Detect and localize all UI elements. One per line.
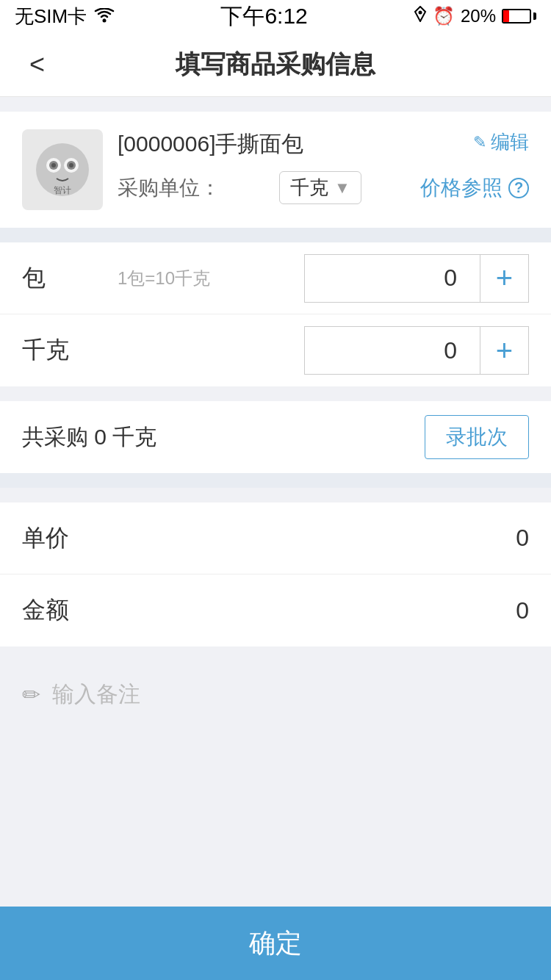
form-section: 包 1包=10千克 + 千克 + [0,242,551,386]
product-card: 智计 [0000006]手撕面包 ✎ 编辑 采购单位： 千克 ▼ 价格参照 ? [0,112,551,228]
svg-text:智计: 智计 [54,185,71,195]
svg-point-1 [418,11,422,15]
page-title: 填写商品采购信息 [176,48,375,82]
carrier-label: 无SIM卡 [15,4,87,29]
price-section: 单价 0 金额 0 [0,502,551,646]
unit-label: 采购单位： [118,174,220,202]
unit-value: 千克 [290,175,328,201]
confirm-label: 确定 [249,926,302,962]
svg-point-7 [51,163,56,167]
edit-label: 编辑 [491,129,529,155]
product-info: [0000006]手撕面包 ✎ 编辑 采购单位： 千克 ▼ 价格参照 ? [118,129,529,204]
bag-input[interactable] [304,254,480,303]
kg-plus-button[interactable]: + [480,326,529,375]
status-time: 下午6:12 [220,1,307,32]
bag-plus-button[interactable]: + [480,254,529,303]
bag-label: 包 [22,262,110,295]
amount-label: 金额 [22,594,69,627]
pencil-icon: ✏ [22,682,40,707]
battery-label: 20% [461,6,496,26]
bag-sub: 1包=10千克 [118,267,304,290]
unit-price-value: 0 [516,525,529,552]
separator-2 [0,473,551,488]
bag-input-group: + [304,254,529,303]
wifi-icon [94,5,115,28]
alarm-icon: ⏰ [433,6,455,26]
amount-value: 0 [516,597,529,624]
price-ref-label: 价格参照 [420,174,503,202]
svg-point-8 [69,163,73,167]
status-bar: 无SIM卡 下午6:12 ⏰ 20% [0,0,551,32]
product-header: [0000006]手撕面包 ✎ 编辑 [118,129,529,159]
status-left: 无SIM卡 [15,4,115,29]
batch-button[interactable]: 录批次 [425,415,529,459]
unit-select[interactable]: 千克 ▼ [279,171,361,204]
note-section[interactable]: ✏ 输入备注 [0,661,551,727]
edit-icon: ✎ [473,133,486,152]
nav-bar: < 填写商品采购信息 [0,32,551,97]
amount-row: 金额 0 [0,574,551,646]
kg-input-group: + [304,326,529,375]
svg-point-0 [103,18,107,22]
note-placeholder: 输入备注 [52,680,140,710]
confirm-section[interactable]: 确定 [0,907,551,980]
unit-price-row: 单价 0 [0,502,551,574]
status-right: ⏰ 20% [414,6,536,26]
edit-button[interactable]: ✎ 编辑 [473,129,529,155]
unit-dropdown-arrow: ▼ [334,179,350,198]
location-icon [414,6,427,26]
bag-row: 包 1包=10千克 + [0,242,551,314]
back-button[interactable]: < [22,42,52,87]
main-content: 智计 [0000006]手撕面包 ✎ 编辑 采购单位： 千克 ▼ 价格参照 ? [0,112,551,980]
separator-1 [0,228,551,242]
product-unit-row: 采购单位： 千克 ▼ 价格参照 ? [118,171,529,204]
price-ref-button[interactable]: 价格参照 ? [420,174,529,202]
total-label: 共采购 0 千克 [22,422,156,453]
kg-input[interactable] [304,326,480,375]
unit-price-label: 单价 [22,522,69,555]
product-image: 智计 [22,129,103,210]
kg-label: 千克 [22,334,110,367]
help-icon: ? [508,178,529,198]
product-name: [0000006]手撕面包 [118,129,473,159]
kg-row: 千克 + [0,314,551,386]
battery-icon [502,9,536,24]
total-section: 共采购 0 千克 录批次 [0,401,551,473]
